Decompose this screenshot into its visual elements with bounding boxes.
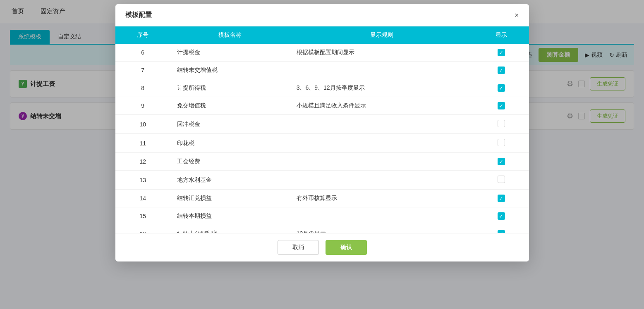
cell-rule-10: 12月份显示 <box>290 225 474 233</box>
checkbox-checked-2[interactable]: ✓ <box>498 84 505 92</box>
cell-name-2: 计提所得税 <box>170 79 290 97</box>
modal-template-config: 模板配置 × 序号 模板名称 显示规则 显示 6计提税金根据模板配置期间显 <box>115 4 529 261</box>
checkbox-unchecked-5[interactable] <box>498 139 505 146</box>
cell-check-9: ✓ <box>474 207 529 225</box>
config-table: 序号 模板名称 显示规则 显示 6计提税金根据模板配置期间显示✓7结转未交增值税… <box>115 26 529 233</box>
modal-header: 模板配置 × <box>115 4 529 26</box>
cell-name-7: 地方水利基金 <box>170 171 290 190</box>
cell-id-4: 10 <box>115 115 170 134</box>
col-header-rule: 显示规则 <box>290 26 474 44</box>
table-body: 6计提税金根据模板配置期间显示✓7结转未交增值税✓8计提所得税3、6、9、12月… <box>115 44 529 233</box>
cell-name-4: 回冲税金 <box>170 115 290 134</box>
cell-check-1: ✓ <box>474 62 529 79</box>
cell-name-6: 工会经费 <box>170 153 290 171</box>
cell-rule-4 <box>290 115 474 134</box>
cell-rule-9 <box>290 207 474 225</box>
modal-overlay: 模板配置 × 序号 模板名称 显示规则 显示 6计提税金根据模板配置期间显 <box>0 0 644 309</box>
cell-rule-1 <box>290 62 474 79</box>
checkbox-checked-6[interactable]: ✓ <box>498 158 505 165</box>
cell-check-6: ✓ <box>474 153 529 171</box>
modal-footer: 取消 确认 <box>115 233 529 261</box>
checkbox-checked-10[interactable]: ✓ <box>498 230 505 233</box>
modal-body: 序号 模板名称 显示规则 显示 6计提税金根据模板配置期间显示✓7结转未交增值税… <box>115 26 529 233</box>
table-row: 8计提所得税3、6、9、12月按季度显示✓ <box>115 79 529 97</box>
cell-id-3: 9 <box>115 97 170 115</box>
cell-name-5: 印花税 <box>170 134 290 153</box>
checkbox-checked-1[interactable]: ✓ <box>498 67 505 74</box>
cell-id-7: 13 <box>115 171 170 190</box>
cell-check-2: ✓ <box>474 79 529 97</box>
cell-name-3: 免交增值税 <box>170 97 290 115</box>
table-row: 7结转未交增值税✓ <box>115 62 529 79</box>
table-row: 15结转本期损益✓ <box>115 207 529 225</box>
cell-rule-6 <box>290 153 474 171</box>
checkbox-unchecked-4[interactable] <box>498 120 505 127</box>
cell-rule-2: 3、6、9、12月按季度显示 <box>290 79 474 97</box>
col-header-display: 显示 <box>474 26 529 44</box>
table-row: 14结转汇兑损益有外币核算显示✓ <box>115 190 529 207</box>
table-row: 6计提税金根据模板配置期间显示✓ <box>115 44 529 62</box>
cell-rule-8: 有外币核算显示 <box>290 190 474 207</box>
cell-rule-7 <box>290 171 474 190</box>
cell-id-10: 16 <box>115 225 170 233</box>
cell-name-8: 结转汇兑损益 <box>170 190 290 207</box>
cell-id-2: 8 <box>115 79 170 97</box>
table-header-row: 序号 模板名称 显示规则 显示 <box>115 26 529 44</box>
cell-id-0: 6 <box>115 44 170 62</box>
checkbox-checked-9[interactable]: ✓ <box>498 212 505 220</box>
cell-check-4 <box>474 115 529 134</box>
table-row: 12工会经费✓ <box>115 153 529 171</box>
cell-name-1: 结转未交增值税 <box>170 62 290 79</box>
cell-check-7 <box>474 171 529 190</box>
modal-close-button[interactable]: × <box>515 12 519 19</box>
cell-id-6: 12 <box>115 153 170 171</box>
table-row: 13地方水利基金 <box>115 171 529 190</box>
cell-check-10: ✓ <box>474 225 529 233</box>
table-row: 16结转未分配利润12月份显示✓ <box>115 225 529 233</box>
col-header-name: 模板名称 <box>170 26 290 44</box>
cell-check-3: ✓ <box>474 97 529 115</box>
cell-rule-0: 根据模板配置期间显示 <box>290 44 474 62</box>
cell-check-8: ✓ <box>474 190 529 207</box>
table-row: 11印花税 <box>115 134 529 153</box>
cell-rule-5 <box>290 134 474 153</box>
cell-id-1: 7 <box>115 62 170 79</box>
cancel-button[interactable]: 取消 <box>278 240 319 255</box>
table-scroll[interactable]: 序号 模板名称 显示规则 显示 6计提税金根据模板配置期间显示✓7结转未交增值税… <box>115 26 529 233</box>
cell-id-5: 11 <box>115 134 170 153</box>
cell-rule-3: 小规模且满足收入条件显示 <box>290 97 474 115</box>
table-row: 9免交增值税小规模且满足收入条件显示✓ <box>115 97 529 115</box>
checkbox-checked-3[interactable]: ✓ <box>498 102 505 109</box>
checkbox-unchecked-7[interactable] <box>498 176 505 183</box>
confirm-button[interactable]: 确认 <box>326 240 367 255</box>
modal-title: 模板配置 <box>125 11 152 19</box>
checkbox-checked-0[interactable]: ✓ <box>498 49 505 56</box>
cell-name-0: 计提税金 <box>170 44 290 62</box>
checkbox-checked-8[interactable]: ✓ <box>498 195 505 202</box>
col-header-id: 序号 <box>115 26 170 44</box>
cell-name-10: 结转未分配利润 <box>170 225 290 233</box>
table-row: 10回冲税金 <box>115 115 529 134</box>
cell-check-5 <box>474 134 529 153</box>
cell-id-8: 14 <box>115 190 170 207</box>
cell-check-0: ✓ <box>474 44 529 62</box>
cell-id-9: 15 <box>115 207 170 225</box>
cell-name-9: 结转本期损益 <box>170 207 290 225</box>
